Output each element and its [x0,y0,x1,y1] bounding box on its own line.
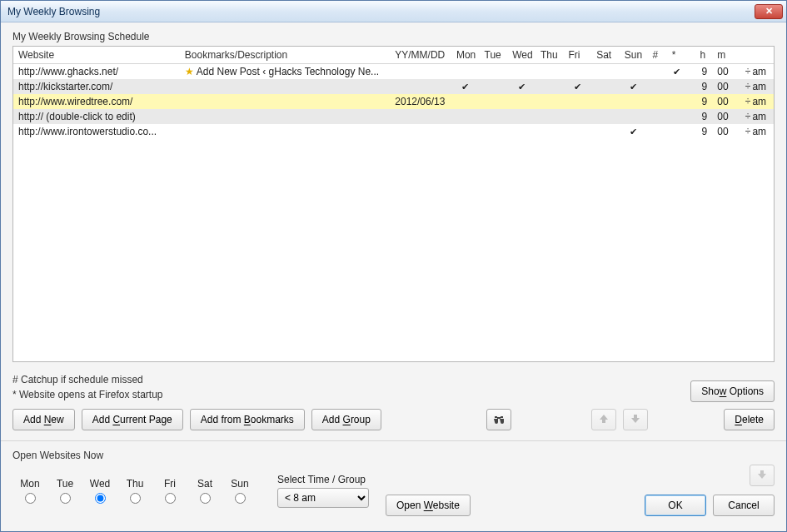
cell-date[interactable] [390,79,451,94]
cell-h[interactable]: 9 [686,64,713,80]
cell-website[interactable]: http://www.ghacks.net/ [13,64,180,80]
cell-star[interactable] [667,109,686,124]
cell-tue[interactable] [480,79,508,94]
table-row[interactable]: http://kickstarter.com/900am [13,79,774,94]
cell-website[interactable]: http:// (double-click to edit) [13,109,180,124]
cell-star[interactable] [667,124,686,139]
find-button[interactable] [486,409,511,430]
col-fri[interactable]: Fri [564,47,592,64]
extra-down-button[interactable] [750,465,775,486]
cell-h[interactable]: 9 [686,109,713,124]
cell-mon[interactable] [451,109,480,124]
cell-m[interactable]: 00 [712,109,739,124]
day-radio-input[interactable] [130,493,141,504]
cell-desc[interactable] [180,124,390,139]
day-radio-input[interactable] [95,493,106,504]
col-mon[interactable]: Mon [451,47,480,64]
cell-star[interactable] [667,64,686,80]
table-row[interactable]: http:// (double-click to edit)900am [13,109,774,124]
cell-desc[interactable] [180,109,390,124]
day-radio-input[interactable] [235,493,246,504]
cancel-button[interactable]: Cancel [713,495,775,516]
table-row[interactable]: http://www.ghacks.net/★Add New Post ‹ gH… [13,64,774,80]
day-radio-input[interactable] [25,493,36,504]
cell-mon[interactable] [451,124,480,139]
cell-tue[interactable] [480,109,508,124]
cell-fri[interactable] [564,79,592,94]
day-radio-input[interactable] [60,493,71,504]
cell-sun[interactable] [620,79,648,94]
day-radio-input[interactable] [200,493,211,504]
time-group-select[interactable]: < 8 am [277,488,369,508]
col-h[interactable]: h [686,47,713,64]
cell-star[interactable] [667,94,686,109]
cell-hash[interactable] [648,64,667,80]
cell-m[interactable]: 00 [712,79,739,94]
cell-sun[interactable] [620,94,648,109]
day-radio-wed[interactable]: Wed [82,478,117,504]
cell-thu[interactable] [535,79,564,94]
cell-ampm[interactable]: am [739,94,774,109]
cell-fri[interactable] [564,109,592,124]
cell-sat[interactable] [591,94,620,109]
show-options-button[interactable]: Show Options [690,380,775,402]
ok-button[interactable]: OK [645,495,706,516]
cell-website[interactable]: http://www.wiredtree.com/ [13,94,180,109]
day-radio-sat[interactable]: Sat [187,478,222,504]
col-date[interactable]: YY/MM/DD [390,47,451,64]
schedule-grid[interactable]: Website Bookmarks/Description YY/MM/DD M… [12,46,775,362]
cell-mon[interactable] [451,94,480,109]
cell-ampm[interactable]: am [739,64,774,80]
cell-m[interactable]: 00 [712,94,739,109]
col-tue[interactable]: Tue [480,47,508,64]
cell-hash[interactable] [648,94,667,109]
col-m[interactable]: m [712,47,739,64]
cell-thu[interactable] [535,109,564,124]
col-wed[interactable]: Wed [507,47,535,64]
cell-sat[interactable] [591,124,620,139]
table-row[interactable]: http://www.irontowerstudio.co...900am [13,124,774,139]
add-group-button[interactable]: Add Group [311,409,381,430]
delete-button[interactable]: Delete [724,409,775,430]
cell-sun[interactable] [620,124,648,139]
cell-star[interactable] [667,79,686,94]
cell-thu[interactable] [535,64,564,80]
cell-mon[interactable] [451,79,480,94]
cell-fri[interactable] [564,94,592,109]
cell-tue[interactable] [480,94,508,109]
cell-wed[interactable] [507,64,535,80]
cell-sat[interactable] [591,79,620,94]
cell-wed[interactable] [507,109,535,124]
cell-date[interactable] [390,109,451,124]
col-website[interactable]: Website [13,47,180,64]
cell-h[interactable]: 9 [686,79,713,94]
cell-sun[interactable] [620,64,648,80]
cell-hash[interactable] [648,109,667,124]
cell-hash[interactable] [648,124,667,139]
cell-wed[interactable] [507,79,535,94]
cell-date[interactable]: 2012/06/13 [390,94,451,109]
close-button[interactable]: ✕ [755,4,783,19]
day-radio-fri[interactable]: Fri [152,478,187,504]
day-radio-thu[interactable]: Thu [117,478,152,504]
cell-website[interactable]: http://kickstarter.com/ [13,79,180,94]
cell-sat[interactable] [591,109,620,124]
cell-hash[interactable] [648,79,667,94]
add-from-bookmarks-button[interactable]: Add from Bookmarks [190,409,305,430]
move-up-button[interactable] [591,409,616,430]
move-down-button[interactable] [623,409,648,430]
cell-h[interactable]: 9 [686,124,713,139]
cell-website[interactable]: http://www.irontowerstudio.co... [13,124,180,139]
cell-thu[interactable] [535,94,564,109]
cell-wed[interactable] [507,94,535,109]
col-sat[interactable]: Sat [591,47,620,64]
cell-sat[interactable] [591,64,620,80]
add-current-page-button[interactable]: Add Current Page [82,409,183,430]
table-row[interactable]: http://www.wiredtree.com/2012/06/13900am [13,94,774,109]
add-new-button[interactable]: Add New [12,409,75,430]
day-radio-tue[interactable]: Tue [47,478,82,504]
cell-tue[interactable] [480,64,508,80]
day-radio-sun[interactable]: Sun [222,478,257,504]
cell-m[interactable]: 00 [712,64,739,80]
cell-fri[interactable] [564,124,592,139]
